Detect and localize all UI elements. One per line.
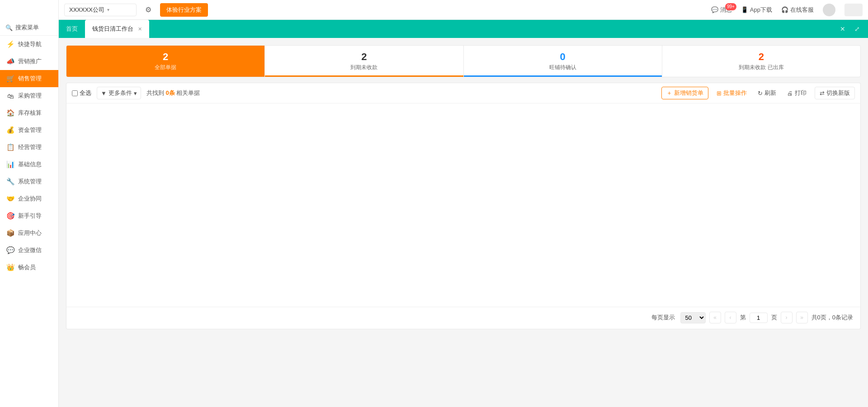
header-right: 💬 消息 99+ 📱 App下载 🎧 在线客服 [711,4,863,16]
online-service-btn[interactable]: 🎧 在线客服 [781,6,814,14]
card-shipped-num: 2 [671,51,851,63]
sidebar-item-label: 库存核算 [18,109,42,117]
settings-button[interactable]: ⚙ [141,3,156,17]
summary-cards: 2 全部单据 2 到期未收款 0 旺铺待确认 2 到期未收款 已出库 [66,45,861,77]
guide-icon: 🎯 [6,212,14,220]
per-page-label: 每页显示 [651,313,675,322]
filter-icon: ▼ [101,90,107,97]
refresh-btn[interactable]: ↻ 刷新 [755,87,779,99]
add-label: 新增销货单 [674,89,703,97]
page-label: 第 [740,313,746,322]
select-all-checkbox[interactable]: 全选 [72,89,91,97]
industry-btn[interactable]: 体验行业方案 [160,3,208,17]
main-content: 2 全部单据 2 到期未收款 0 旺铺待确认 2 到期未收款 已出库 全选 ▼ [59,38,868,407]
toolbar-left: 全选 ▼ 更多条件 ▾ 共找到 0条 相关单据 [72,87,656,99]
app-download-btn[interactable]: 📱 App下载 [741,6,772,14]
print-label: 打印 [795,89,807,97]
print-btn[interactable]: 🖨 打印 [784,87,809,99]
sidebar-item-label: 销售管理 [18,75,42,83]
tab-close-icon[interactable]: ✕ [138,26,142,32]
card-overdue-underline [265,75,463,77]
user-menu[interactable] [844,4,863,16]
last-page-btn[interactable]: » [796,312,808,323]
sidebar-search[interactable]: 🔍 搜索菜单 [0,20,58,36]
card-overdue[interactable]: 2 到期未收款 [265,46,463,77]
first-page-btn[interactable]: « [709,312,721,323]
select-all-input[interactable] [72,90,78,96]
sidebar-item-label: 采购管理 [18,92,42,100]
tab-expand-btn[interactable]: ⤢ [852,23,863,34]
chevron-down-icon: ▾ [134,90,137,97]
batch-label: 批量操作 [723,89,747,97]
pagination: 每页显示 20 50 100 200 « ‹ 第 页 › » 共0页，0条记录 [66,307,860,328]
refresh-icon: ↻ [758,90,763,97]
batch-btn[interactable]: ⊞ 批量操作 [714,87,750,99]
sidebar-item-finance[interactable]: 💰 资金管理 [0,122,58,139]
sidebar-item-enterprise[interactable]: 🤝 企业协同 [0,190,58,207]
tab-home[interactable]: 首页 [59,20,85,38]
sidebar-item-label: 资金管理 [18,126,42,134]
app-center-icon: 📦 [6,229,14,237]
next-page-btn[interactable]: › [781,312,793,323]
card-all-num: 2 [75,51,255,63]
card-overdue-num: 2 [274,51,454,63]
sidebar-item-app-center[interactable]: 📦 应用中心 [0,225,58,242]
sidebar-item-operations[interactable]: 📋 经营管理 [0,139,58,156]
select-all-label: 全选 [80,89,91,97]
card-wangpu[interactable]: 0 旺铺待确认 [464,46,662,77]
page-input[interactable] [750,313,768,323]
member-icon: 👑 [6,263,14,271]
message-badge: 99+ [725,3,736,10]
card-all-label: 全部单据 [75,64,255,71]
tab-close-all-btn[interactable]: ✕ [837,23,848,34]
filter-btn[interactable]: ▼ 更多条件 ▾ [97,87,141,99]
sidebar-item-member[interactable]: 👑 畅会员 [0,259,58,276]
sidebar-item-label: 营销推广 [18,57,42,65]
page-total: 共0页，0条记录 [811,313,853,322]
company-selector[interactable]: XXXXXX公司 ▾ [64,4,137,16]
switch-btn[interactable]: ⇄ 切换新版 [815,87,855,99]
sidebar-item-marketing[interactable]: 📣 营销推广 [0,53,58,70]
sidebar-item-label: 企业微信 [18,246,42,254]
sidebar-item-basic-info[interactable]: 📊 基础信息 [0,156,58,173]
inventory-icon: 🏠 [6,109,14,117]
tab-workbench[interactable]: 钱货日清工作台 ✕ [85,20,149,38]
card-shipped[interactable]: 2 到期未收款 已出库 [662,46,860,77]
message-btn[interactable]: 💬 消息 99+ [711,6,732,14]
card-wangpu-label: 旺铺待确认 [473,64,653,71]
card-wangpu-num: 0 [473,51,653,63]
prev-page-btn[interactable]: ‹ [725,312,736,323]
refresh-label: 刷新 [764,89,776,97]
sidebar-item-system[interactable]: 🔧 系统管理 [0,173,58,190]
marketing-icon: 📣 [6,57,14,65]
purchase-icon: 🛍 [6,92,14,100]
sidebar-item-inventory[interactable]: 🏠 库存核算 [0,104,58,122]
basic-info-icon: 📊 [6,160,14,168]
add-btn[interactable]: ＋ 新增销货单 [661,87,708,99]
sidebar-item-wecom[interactable]: 💬 企业微信 [0,242,58,259]
page-label-end: 页 [771,313,777,322]
sidebar-item-label: 经营管理 [18,143,42,151]
toolbar-right: ＋ 新增销货单 ⊞ 批量操作 ↻ 刷新 🖨 打印 ⇄ 切换新版 [661,87,855,99]
sidebar-item-purchase[interactable]: 🛍 采购管理 [0,87,58,104]
sidebar-item-guide[interactable]: 🎯 新手引导 [0,207,58,225]
avatar[interactable] [823,4,835,16]
card-all[interactable]: 2 全部单据 [66,46,265,77]
app-download-label: App下载 [750,6,772,14]
sidebar-item-sales[interactable]: 🛒 销售管理 [0,70,58,87]
sidebar-item-quick-nav[interactable]: ⚡ 快捷导航 [0,36,58,53]
card-shipped-label: 到期未收款 已出库 [671,64,851,71]
sidebar-item-label: 企业协同 [18,195,42,203]
search-icon: 🔍 [5,24,13,31]
tab-home-label: 首页 [66,25,78,33]
sidebar-search-label: 搜索菜单 [15,23,39,32]
finance-icon: 💰 [6,126,14,134]
batch-icon: ⊞ [717,90,722,97]
found-text: 共找到 0条 相关单据 [146,89,200,97]
sidebar: 🔍 搜索菜单 ⚡ 快捷导航 📣 营销推广 🛒 销售管理 🛍 采购管理 🏠 库存核… [0,0,59,407]
sidebar-item-label: 快捷导航 [18,40,42,48]
wecom-icon: 💬 [6,246,14,254]
found-count: 0条 [166,89,175,96]
chevron-down-icon: ▾ [107,7,109,12]
page-size-select[interactable]: 20 50 100 200 [680,312,706,323]
